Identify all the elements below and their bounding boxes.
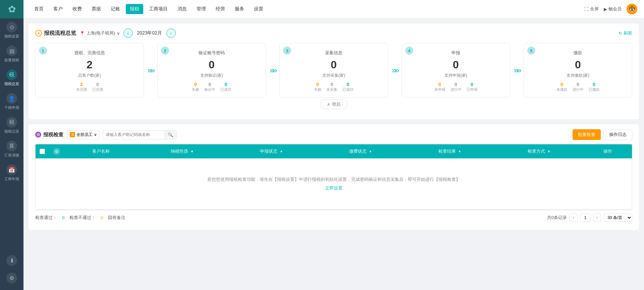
step-2-stats: 0 失败 0 验证中 0 已成功: [163, 82, 261, 92]
avatar[interactable]: 🐯: [627, 4, 637, 14]
step-1-count: 2: [41, 59, 139, 71]
nav-home[interactable]: 首页: [30, 4, 48, 14]
member-btn[interactable]: ▶ 畅会员: [604, 6, 622, 12]
step-5-count: 0: [529, 59, 627, 71]
filter-icon-declare[interactable]: ▼: [280, 150, 283, 153]
select-all-checkbox[interactable]: [40, 149, 45, 154]
nav-services[interactable]: 服务: [231, 4, 248, 14]
step-1-card: 1 授权、完善信息 2 总客户数(家) 2 未完善 0 已完善: [35, 43, 144, 97]
sidebar-item-personal-tax[interactable]: 👤 个税申报: [0, 90, 23, 114]
location-icon: 📍: [79, 31, 85, 36]
steps-row: 1 授权、完善信息 2 总客户数(家) 2 未完善 0 已完善: [35, 43, 632, 97]
batch-tax-icon: ▤: [6, 46, 17, 56]
step-1-stat-1: 0 已完善: [92, 82, 103, 92]
tax-check-card: ⊙ 报税检查 员 全部员工 ∨ 🔍 批量检查 操作日志: [29, 124, 639, 230]
nav-invoices[interactable]: 票据: [88, 4, 105, 14]
operation-log-btn[interactable]: 操作日志: [603, 129, 632, 140]
sidebar-item-tax-overview[interactable]: 税 报税总览: [0, 66, 23, 90]
fullscreen-btn[interactable]: ⛶ 全屏: [584, 6, 599, 12]
top-navigation: 首页 客户 收费 票据 记账 报税 工商项目 消息 管理 经营 服务 设置 ⛶ …: [23, 0, 644, 18]
chevron-down-icon: ∨: [117, 31, 120, 36]
check-table: ⚙ 客户名称 纳税性质 ▼ 申报状态 ▼: [36, 144, 632, 210]
th-check-result: 检查结果 ▼: [405, 144, 494, 158]
tax-settings-icon: ⊙: [6, 22, 17, 32]
batch-check-btn[interactable]: 批量检查: [573, 129, 601, 140]
total-count: 共0条记录: [547, 215, 567, 221]
page-size-select[interactable]: 30 条/页 50 条/页 100 条/页: [604, 214, 632, 222]
step-3-count: 0: [285, 59, 383, 71]
search-input[interactable]: [103, 131, 165, 139]
personal-tax-icon: 👤: [6, 93, 17, 104]
tax-overview-icon: 税: [6, 69, 17, 80]
search-wrap: 🔍: [103, 130, 176, 139]
step-1-num: 1: [39, 47, 47, 55]
step-4-unit: 支持申报(家): [407, 73, 505, 78]
th-check-method: 检查方式 ▼: [494, 144, 584, 158]
employee-filter[interactable]: 员 全部员工 ∨: [67, 130, 100, 139]
arrow-4-5: »»: [510, 43, 524, 97]
nav-tax[interactable]: 报税: [126, 4, 143, 14]
nav-operations[interactable]: 经营: [212, 4, 229, 14]
check-table-container: ⚙ 客户名称 纳税性质 ▼ 申报状态 ▼: [35, 144, 632, 210]
pass-count[interactable]: 0: [62, 215, 64, 220]
th-operation: 操作: [584, 144, 632, 158]
step-1-unit: 总客户数(家): [41, 73, 139, 78]
filter-icon-pay[interactable]: ▼: [369, 150, 372, 153]
filter-row: 员 全部员工 ∨ 🔍: [67, 130, 569, 139]
collapse-btn[interactable]: ∧ 收起: [320, 99, 348, 109]
sidebar-item-clearance[interactable]: 算 汇算清缴: [0, 137, 23, 161]
fail-label: 检查不通过：: [69, 215, 96, 221]
sidebar-item-bottom-settings[interactable]: ⚙: [0, 269, 23, 287]
app-logo: ✿: [0, 0, 23, 18]
refresh-icon: ↻: [619, 31, 622, 36]
nav-accounting[interactable]: 记账: [107, 4, 124, 14]
filter-icon-check[interactable]: ▼: [458, 150, 462, 153]
page-input[interactable]: [580, 214, 590, 222]
nav-settings-top[interactable]: 设置: [250, 4, 267, 14]
sidebar-item-tax-records[interactable]: 税 报税记录: [0, 114, 23, 137]
fullscreen-icon: ⛶: [584, 7, 589, 12]
prev-month-btn[interactable]: ‹: [123, 28, 133, 38]
empty-area: 若您想使用报税检查功能，请先在【报税设置】中进行报税的初始化设置，完成密码验证和…: [40, 162, 628, 206]
sidebar-bottom: ⬇ ⚙: [0, 252, 23, 290]
nav-messages[interactable]: 消息: [173, 4, 191, 14]
gear-icon: ⚙: [6, 273, 17, 283]
next-month-btn[interactable]: ›: [166, 28, 176, 38]
chevron-down-small-icon: ∨: [94, 132, 97, 137]
table-gear-icon[interactable]: ⚙: [53, 148, 60, 155]
location-badge[interactable]: 📍 上海(电子税局) ∨: [79, 30, 120, 36]
step-1-stats: 2 未完善 0 已完善: [41, 82, 139, 92]
th-client-name: 客户名称: [64, 144, 138, 158]
sidebar-item-annual-report[interactable]: 📅 工商年报: [0, 161, 23, 185]
check-title: ⊙ 报税检查: [35, 132, 63, 138]
step-2-card: 2 验证账号密码 0 支持验证(家) 0 失败 0 验证中: [157, 43, 266, 97]
month-navigator: ‹ 2023年02月 ›: [123, 28, 176, 38]
step-5-stats: 0 未缴款 0 进行中 0 已缴款: [529, 82, 627, 92]
th-gear: ⚙: [49, 144, 64, 158]
video-icon: ▶: [604, 7, 607, 12]
nav-clients[interactable]: 客户: [49, 4, 67, 14]
filter-icon-tax[interactable]: ▼: [191, 150, 194, 153]
process-title: + 报税流程总览: [35, 30, 76, 37]
search-button[interactable]: 🔍: [165, 131, 176, 139]
step-3-stat-0: 0 失败: [314, 82, 321, 92]
nav-right: ⛶ 全屏 ▶ 畅会员 🐯: [584, 4, 637, 14]
nav-fees[interactable]: 收费: [68, 4, 86, 14]
filter-icon-method[interactable]: ▼: [547, 150, 550, 153]
prev-page-btn[interactable]: ‹: [570, 214, 578, 222]
nav-management[interactable]: 管理: [193, 4, 210, 14]
sidebar-item-download[interactable]: ⬇: [0, 252, 23, 269]
nav-business[interactable]: 工商项目: [145, 4, 172, 14]
sidebar-item-batch-tax[interactable]: ▤ 批量报税: [0, 42, 23, 66]
step-3-num: 3: [283, 47, 291, 55]
step-3-stat-1: 0 未采集: [326, 82, 337, 92]
next-page-btn[interactable]: ›: [593, 214, 601, 222]
th-checkbox: [36, 144, 49, 158]
step-2-stat-0: 0 失败: [192, 82, 199, 92]
collapse-row: ∧ 收起: [35, 97, 632, 111]
fail-count[interactable]: 0: [101, 215, 103, 220]
setup-link[interactable]: 立即设置: [325, 186, 342, 191]
sidebar-item-tax-settings[interactable]: ⊙ 报税设置: [0, 18, 23, 42]
annual-report-icon: 📅: [6, 164, 17, 175]
refresh-btn[interactable]: ↻ 刷新: [619, 30, 632, 36]
